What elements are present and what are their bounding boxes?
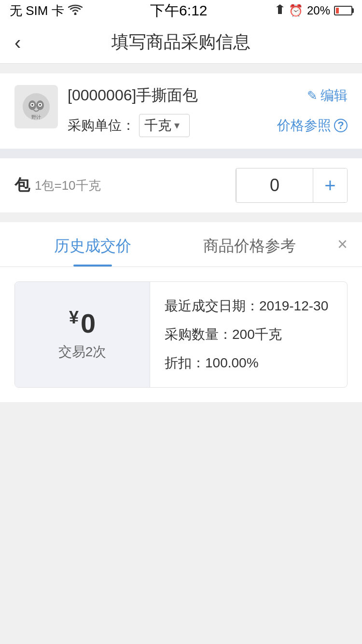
quantity-plus-button[interactable]: + [313,168,347,202]
unit-value: 千克 [144,116,171,135]
price-date-row: 最近成交日期：2019-12-30 [165,296,333,315]
tab-content: ¥0 交易2次 最近成交日期：2019-12-30 采购数量：200千克 折扣：… [0,267,362,402]
quantity-section: 包 1包=10千克 0 + [0,158,362,212]
status-time: 下午6:12 [150,1,207,21]
price-times-label: 交易2次 [58,343,107,361]
section-divider [0,149,362,158]
quantity-controls: 0 + [236,168,348,203]
edit-link[interactable]: ✎ 编辑 [307,86,348,105]
product-id: [0000006] [68,86,136,104]
battery-icon [334,6,352,15]
quantity-label: 包 1包=10千克 [14,175,101,196]
price-card-left: ¥0 交易2次 [15,282,150,387]
product-title: 手撕面包 [136,86,198,104]
date-value: 2019-12-30 [259,298,328,313]
content-area [0,402,362,644]
tabs-header: 历史成交价 商品价格参考 × [0,222,362,267]
edit-label: 编辑 [320,86,348,105]
date-label: 最近成交日期： [165,298,259,313]
page-title: 填写商品采购信息 [111,30,251,54]
unit-label: 采购单位： 千克 ▾ [68,114,190,137]
product-name-row: [0000006]手撕面包 ✎ 编辑 [68,85,348,106]
svg-point-7 [39,104,41,106]
tab-history-price[interactable]: 历史成交价 [14,222,171,266]
product-unit-row: 采购单位： 千克 ▾ 价格参照 ? [68,114,348,137]
svg-point-6 [31,104,33,106]
nav-bar: ‹ 填写商品采购信息 [0,21,362,64]
quantity-conversion: 1包=10千克 [35,177,101,194]
unit-select-button[interactable]: 千克 ▾ [139,114,190,137]
quantity-value-text: 200千克 [232,327,282,342]
wifi-icon [68,3,83,18]
svg-point-0 [74,13,76,15]
price-value: 0 [81,308,96,338]
location-icon [275,3,285,18]
history-price-card: ¥0 交易2次 最近成交日期：2019-12-30 采购数量：200千克 折扣：… [14,281,348,388]
currency-symbol: ¥ [69,308,79,327]
back-button[interactable]: ‹ [14,33,21,52]
carrier-text: 无 SIM 卡 [10,2,64,19]
quantity-unit-badge: 包 [14,175,30,196]
dropdown-arrow-icon: ▾ [174,119,180,132]
discount-value: 100.00% [205,355,259,370]
help-icon: ? [334,119,348,132]
status-left: 无 SIM 卡 [10,2,83,19]
product-thumbnail: 野计 [14,85,58,128]
alarm-icon: ⏰ [289,4,303,17]
product-info: [0000006]手撕面包 ✎ 编辑 采购单位： 千克 ▾ 价格参照 ? [68,85,348,137]
price-main-value: ¥0 [69,308,96,339]
quantity-label-text: 采购数量： [165,327,232,342]
quantity-value-display[interactable]: 0 [236,168,313,202]
price-ref-label: 价格参照 [277,116,331,135]
battery-percent: 20% [307,4,330,17]
tab-close-button[interactable]: × [328,224,348,264]
price-quantity-row: 采购数量：200千克 [165,325,333,344]
product-name: [0000006]手撕面包 [68,85,198,106]
product-header: 野计 [0000006]手撕面包 ✎ 编辑 采购单位： 千克 ▾ [14,85,348,137]
price-ref-link[interactable]: 价格参照 ? [277,116,348,135]
status-right: ⏰ 20% [275,3,352,18]
edit-icon: ✎ [307,88,318,103]
tabs-container: 历史成交价 商品价格参考 × ¥0 交易2次 最近成交日期：2019-12-30… [0,222,362,402]
product-section: 野计 [0000006]手撕面包 ✎ 编辑 采购单位： 千克 ▾ [0,73,362,149]
status-bar: 无 SIM 卡 下午6:12 ⏰ 20% [0,0,362,21]
price-discount-row: 折扣：100.00% [165,353,333,372]
discount-label: 折扣： [165,355,205,370]
tab-product-price-ref[interactable]: 商品价格参考 [171,222,327,266]
svg-text:野计: 野计 [31,114,41,120]
price-card-right: 最近成交日期：2019-12-30 采购数量：200千克 折扣：100.00% [150,282,347,387]
